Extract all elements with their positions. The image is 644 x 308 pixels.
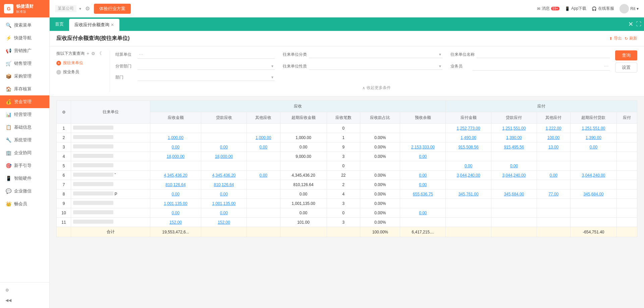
sidebar: G 畅捷通财 标准版 🔍搜索菜单⚡快捷导航📢营销推广🛒销售管理📦采购管理🏠库存核… — [0, 0, 50, 308]
table-scroll[interactable]: ⚙ 往来单位 应收 应付 应收金额 贷款应收 其他应收 超期应收金额 — [56, 100, 637, 237]
logo-edition: 标准版 — [16, 9, 34, 14]
field-partner-nature-select[interactable]: ▾ — [309, 63, 442, 70]
sidebar-item-inventory[interactable]: 🏠库存核算 — [0, 83, 49, 95]
query-button[interactable]: 查询 — [615, 50, 637, 60]
base-info-icon: 📋 — [5, 125, 11, 130]
filter-add-icon[interactable]: + — [87, 51, 89, 56]
field-dept-select[interactable]: ▾ — [138, 63, 275, 70]
sidebar-item-finance[interactable]: 💰资金管理 — [0, 95, 49, 108]
enterprise-icon: 🏢 — [5, 150, 11, 156]
message-label: 消息 — [542, 6, 550, 11]
sidebar-item-base-info[interactable]: 📋基础信息 — [0, 121, 49, 134]
sidebar-collapse-btn[interactable]: ◀◀ — [0, 295, 49, 305]
page-title: 应收应付余额查询(按往来单位) — [56, 35, 130, 42]
sidebar-item-marketing[interactable]: 📢营销推广 — [0, 44, 49, 57]
filter-collapse-icon[interactable]: 《 — [97, 50, 102, 56]
sidebar-settings-btn[interactable]: ⚙ — [0, 285, 49, 295]
collapse-label: 收起更多条件 — [367, 85, 391, 91]
field-partner-nature: 往来单位性质 ▾ — [283, 62, 442, 71]
sidebar-label-inventory: 库存核算 — [14, 86, 32, 92]
sidebar-item-operations[interactable]: 📊经营管理 — [0, 108, 49, 121]
table-row: 3 0.00 0.00 0.00 0.00 9 0.00% 2,153,333.… — [57, 142, 637, 152]
table-row: 7 810,126.64 810,126.64 810,126.64 2 0.0… — [57, 180, 637, 189]
tab-query[interactable]: 应收应付余额查询 ✕ — [69, 19, 119, 31]
field-settlement-input[interactable]: ··· — [138, 50, 275, 59]
refresh-icon: ↻ — [625, 36, 628, 41]
field-partner-category-label: 往来单位分类 — [283, 52, 307, 57]
total-empty1 — [57, 227, 71, 237]
total-recv-prepay: 6,417,215.... — [400, 227, 446, 237]
total-row: 合计 19,553,472,6... 100.00% 6,417,215.... — [57, 227, 637, 237]
topbar-gear-icon[interactable]: ⚙ — [84, 4, 91, 13]
partner-category-arrow: ▾ — [439, 52, 441, 57]
tab-maximize-icon[interactable]: ⛶ — [636, 21, 641, 27]
user-btn[interactable]: Rit ▾ — [620, 4, 639, 13]
th-pay-loan: 贷款应付 — [491, 112, 537, 124]
option-partner-label: 按往来单位 — [63, 60, 83, 66]
sidebar-label-enterprise: 企业协同 — [14, 150, 32, 156]
total-recv-loan — [201, 227, 247, 237]
sidebar-item-search-menu[interactable]: 🔍搜索菜单 — [0, 19, 49, 32]
field-settlement-label: 结算单位 — [115, 52, 136, 57]
tab-close-icon[interactable]: ✕ — [111, 23, 114, 27]
sidebar-label-sales: 销售管理 — [14, 60, 32, 67]
app-download-btn[interactable]: 📱 App下载 — [565, 6, 586, 11]
field-partner-name-label: 往来单位名称 — [450, 52, 475, 57]
sidebar-item-purchase[interactable]: 📦采购管理 — [0, 70, 49, 83]
setting-button[interactable]: 设置 — [615, 62, 637, 73]
filter-option-partner[interactable]: ● 按往来单位 — [56, 59, 106, 67]
field-partner-name: 往来单位名称 — [450, 50, 610, 59]
field-salesperson-input[interactable]: ··· — [473, 62, 610, 71]
tab-home[interactable]: 首页 — [50, 17, 69, 31]
filter-settings-icon[interactable]: ⚙ — [91, 51, 95, 56]
sidebar-item-member[interactable]: 👑畅会员 — [0, 197, 49, 210]
sidebar-item-enterprise[interactable]: 🏢企业协同 — [0, 146, 49, 159]
department-arrow: ▾ — [271, 75, 273, 80]
top-bar: 某某公司 ▾ ⚙ 体验行业方案 ✉ 消息 99+ 📱 App下载 🎧 在线客服 — [50, 0, 644, 17]
quick-nav-icon: ⚡ — [5, 35, 11, 41]
total-pay-other — [537, 227, 570, 237]
sidebar-label-system: 系统管理 — [14, 137, 32, 143]
sidebar-item-wechat[interactable]: 💬企业微信 — [0, 185, 49, 197]
sidebar-item-guide[interactable]: 🎯新手引导 — [0, 159, 49, 172]
total-pay-amount — [446, 227, 491, 237]
sidebar-label-purchase: 采购管理 — [14, 73, 32, 79]
logo-name: 畅捷通财 — [16, 3, 34, 9]
total-pay-overdue: -654,751.40 — [570, 227, 617, 237]
data-table: ⚙ 往来单位 应收 应付 应收金额 贷款应收 其他应收 超期应收金额 — [56, 100, 637, 237]
user-name: Rit — [630, 6, 635, 11]
tab-close-window-icon[interactable]: ✕ — [628, 20, 633, 28]
nav-down-icon[interactable]: ▾ — [79, 6, 81, 11]
filter-scheme-panel: 按以下方案查询 + ⚙ 《 ● 按往来单位 ○ 按业务员 — [56, 50, 110, 92]
sidebar-item-sales[interactable]: 🛒销售管理 — [0, 57, 49, 70]
export-button[interactable]: ⬆ 导出 — [609, 36, 622, 41]
message-btn[interactable]: ✉ 消息 99+ — [537, 6, 559, 11]
sidebar-label-base-info: 基础信息 — [14, 124, 32, 130]
collapse-row: ∧ 收起更多条件 — [115, 84, 637, 92]
table-row: 8 P 0.00 0.00 0.00 4 0.00% 655,636.75 34… — [57, 189, 637, 199]
table-row: 5 0 0.00 0.00 — [57, 161, 637, 171]
promo-button[interactable]: 体验行业方案 — [94, 4, 131, 14]
settings-icon: ⚙ — [5, 288, 9, 293]
field-department-select[interactable]: ▾ — [138, 74, 275, 81]
system-icon: 🔧 — [5, 137, 11, 143]
export-label: 导出 — [614, 36, 622, 41]
sidebar-label-finance: 资金管理 — [14, 99, 32, 105]
table-row: 6 ˇ 4,345,436.20 4,345,436.20 0.00 4,345… — [57, 171, 637, 180]
online-service-btn[interactable]: 🎧 在线客服 — [592, 6, 614, 11]
field-partner-category-select[interactable]: ▾ — [309, 51, 442, 58]
field-partner-name-input[interactable] — [477, 51, 610, 58]
sidebar-item-smart-hw[interactable]: 📱智能硬件 — [0, 172, 49, 185]
filter-option-salesperson[interactable]: ○ 按业务员 — [56, 68, 106, 76]
filter-area: 按以下方案查询 + ⚙ 《 ● 按往来单位 ○ 按业务员 — [50, 46, 644, 96]
collapse-button[interactable]: ∧ 收起更多条件 — [362, 85, 391, 91]
field-settlement-dots: ··· — [139, 51, 143, 57]
table-settings-icon[interactable]: ⚙ — [62, 110, 66, 115]
member-icon: 👑 — [5, 201, 11, 207]
th-settings[interactable]: ⚙ — [57, 101, 71, 124]
sidebar-item-quick-nav[interactable]: ⚡快捷导航 — [0, 32, 49, 44]
sidebar-item-system[interactable]: 🔧系统管理 — [0, 134, 49, 146]
field-partner-category: 往来单位分类 ▾ — [283, 50, 442, 59]
table-row: 4 18,000.00 18,000.00 9,000.00 3 0.00% 0… — [57, 152, 637, 161]
refresh-button[interactable]: ↻ 刷新 — [625, 36, 637, 41]
